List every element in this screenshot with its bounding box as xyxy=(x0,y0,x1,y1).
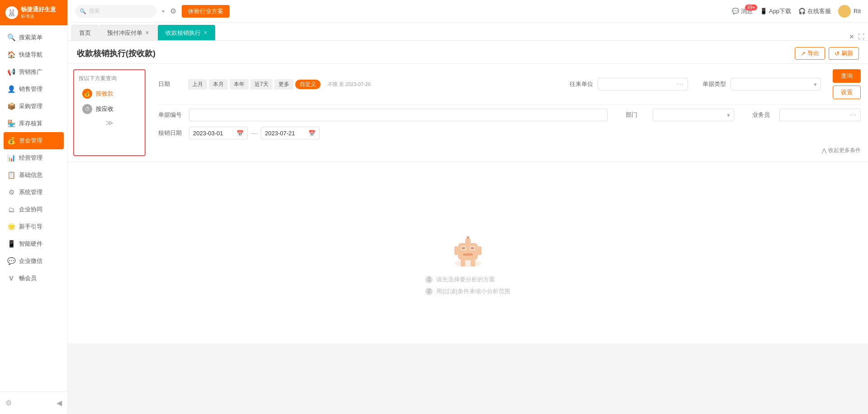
sidebar-item-operations[interactable]: 📊 经营管理 xyxy=(0,149,67,167)
staff-dots-icon[interactable]: ··· xyxy=(849,111,857,119)
sidebar-item-marketing[interactable]: 📢 营销推广 xyxy=(0,63,67,81)
service-label: 在线客服 xyxy=(807,7,831,15)
sidebar-footer: ⚙ ◀ xyxy=(0,391,67,414)
tab-receipts-close-icon[interactable]: ✕ xyxy=(203,30,208,36)
refresh-button[interactable]: ↺ 刷新 xyxy=(829,47,859,60)
empty-tip-1: 1 请先选择要分析的方案 xyxy=(425,274,510,286)
filter-row-1: 日期 上月 本月 本年 近7天 更多 自定义 不限 至 2023-07-26 往… xyxy=(158,69,861,99)
sidebar-item-search-menu[interactable]: 🔍 搜索菜单 xyxy=(0,29,67,46)
username: Rit xyxy=(854,8,861,14)
collapse-arrow-icon[interactable]: ≫ xyxy=(106,119,113,127)
svg-rect-6 xyxy=(463,253,473,256)
page-header: 收款核销执行(按收款) ↗ 导出 ↺ 刷新 xyxy=(68,41,868,64)
query-button[interactable]: 查询 xyxy=(833,69,861,83)
tab-receipts-label: 收款核销执行 xyxy=(165,29,201,37)
export-label: 导出 xyxy=(807,49,819,57)
date-btn-7days[interactable]: 近7天 xyxy=(250,79,273,90)
tab-prepay[interactable]: 预付冲应付单 ✕ xyxy=(99,25,157,40)
doc-no-input[interactable] xyxy=(189,109,608,121)
date-btn-more[interactable]: 更多 xyxy=(274,79,293,90)
topbar-right: 💬 消息 99+ 📱 App下载 🎧 在线客服 Rit xyxy=(732,5,861,18)
empty-tip-2: 2 用[过滤]条件来缩小分析范围 xyxy=(425,286,510,297)
writeoff-date-label: 核销日期 xyxy=(158,129,182,137)
msg-badge: 99+ xyxy=(745,5,757,10)
export-icon: ↗ xyxy=(801,50,806,57)
sidebar-item-label: 智能硬件 xyxy=(19,240,42,248)
sidebar-item-smart-hw[interactable]: 📱 智能硬件 xyxy=(0,235,67,252)
writeoff-start-input[interactable]: 2023-03-01 📅 xyxy=(189,127,248,139)
sidebar-item-vip[interactable]: V 畅会员 xyxy=(0,270,67,287)
tab-receipts[interactable]: 收款核销执行 ✕ xyxy=(158,25,215,40)
tab-prepay-close-icon[interactable]: ✕ xyxy=(145,30,149,36)
sidebar-item-label: 系统管理 xyxy=(19,188,42,196)
date-btn-last-month[interactable]: 上月 xyxy=(188,79,207,90)
export-button[interactable]: ↗ 导出 xyxy=(795,47,825,60)
date-btn-this-month[interactable]: 本月 xyxy=(209,79,228,90)
solution-button[interactable]: 休验行业方案 xyxy=(182,5,230,18)
user-area[interactable]: Rit xyxy=(838,5,861,18)
tab-close-all-icon[interactable]: ✕ xyxy=(849,33,854,40)
msg-button[interactable]: 💬 消息 99+ xyxy=(732,7,753,15)
sidebar-item-purchase[interactable]: 📦 采购管理 xyxy=(0,98,67,115)
staff-select[interactable]: ··· xyxy=(779,109,861,121)
counterparty-select[interactable]: ··· xyxy=(598,78,688,90)
filter-option-by-receivable[interactable]: ⏱ 按应收 xyxy=(79,101,140,117)
sidebar-item-label: 销售管理 xyxy=(19,85,42,93)
counterparty-dots-icon[interactable]: ··· xyxy=(677,80,684,88)
date-btn-custom[interactable]: 自定义 xyxy=(295,80,321,89)
dept-select[interactable]: ▾ xyxy=(653,109,734,121)
topbar-chevron-icon[interactable]: ▾ xyxy=(162,8,165,14)
tip-num-1: 1 xyxy=(425,276,433,283)
staff-field: 业务员 ··· xyxy=(752,109,861,121)
sidebar-item-label: 资金管理 xyxy=(19,137,42,145)
collapse-sidebar-icon[interactable]: ◀ xyxy=(57,399,62,407)
logo-edition: 标准版 xyxy=(21,13,56,19)
quick-nav-icon: 🏠 xyxy=(7,51,15,59)
search-placeholder: 搜索 xyxy=(89,7,100,15)
svg-rect-11 xyxy=(461,260,465,266)
setting-button[interactable]: 设置 xyxy=(833,86,861,99)
date-btn-this-year[interactable]: 本年 xyxy=(230,79,249,90)
writeoff-end-input[interactable]: 2023-07-21 📅 xyxy=(261,127,320,139)
filter-option-by-receipt[interactable]: 💰 按收款 xyxy=(79,86,140,101)
operations-icon: 📊 xyxy=(7,154,15,162)
doc-type-select[interactable]: ▾ xyxy=(731,78,821,90)
tab-expand-icon[interactable]: ⛶ xyxy=(858,33,864,40)
content-area: 收款核销执行(按收款) ↗ 导出 ↺ 刷新 按以下方案查询 💰 按收款 xyxy=(68,41,868,414)
by-receipt-icon: 💰 xyxy=(82,89,92,99)
start-calendar-icon[interactable]: 📅 xyxy=(236,130,244,137)
sidebar-item-wechat[interactable]: 💬 企业微信 xyxy=(0,252,67,270)
search-menu-icon: 🔍 xyxy=(7,33,15,42)
sidebar-item-beginner[interactable]: 🌟 新手引导 xyxy=(0,218,67,235)
sidebar-item-sales[interactable]: 👤 销售管理 xyxy=(0,81,67,98)
purchase-icon: 📦 xyxy=(7,102,15,110)
empty-illustration xyxy=(445,227,491,274)
counterparty-field: 往来单位 ··· xyxy=(570,78,688,90)
vip-icon: V xyxy=(7,275,15,282)
topbar-search[interactable]: 🔍 搜索 xyxy=(75,5,156,18)
tabbar-actions: ✕ ⛶ xyxy=(849,33,868,40)
app-download-button[interactable]: 📱 App下载 xyxy=(760,7,791,15)
topbar-gear-icon[interactable]: ⚙ xyxy=(170,7,176,15)
sidebar-item-sys-mgmt[interactable]: ⚙ 系统管理 xyxy=(0,184,67,201)
settings-icon[interactable]: ⚙ xyxy=(5,399,12,407)
sidebar-item-inventory[interactable]: 🏪 库存核算 xyxy=(0,115,67,132)
filter-right: 日期 上月 本月 本年 近7天 更多 自定义 不限 至 2023-07-26 往… xyxy=(151,64,868,162)
writeoff-end-value: 2023-07-21 xyxy=(265,130,295,137)
sidebar-item-quick-nav[interactable]: 🏠 快捷导航 xyxy=(0,46,67,63)
sidebar-item-basic-info[interactable]: 📋 基础信息 xyxy=(0,167,67,184)
online-service-button[interactable]: 🎧 在线客服 xyxy=(798,7,831,15)
sidebar-item-finance[interactable]: 💰 资金管理 xyxy=(4,132,64,149)
collapse-more-button[interactable]: ⋀ 收起更多条件 xyxy=(822,147,861,154)
service-icon: 🎧 xyxy=(798,8,806,14)
filter-left-title: 按以下方案查询 xyxy=(79,75,140,82)
avatar xyxy=(838,5,851,18)
empty-state: 1 请先选择要分析的方案 2 用[过滤]条件来缩小分析范围 xyxy=(68,162,868,343)
topbar: 🔍 搜索 ▾ ⚙ 休验行业方案 💬 消息 99+ 📱 App下载 🎧 在线客服 … xyxy=(68,0,868,23)
msg-icon: 💬 xyxy=(732,8,739,14)
tab-home[interactable]: 首页 xyxy=(71,25,99,40)
date-separator: — xyxy=(251,130,257,137)
sidebar-item-enterprise[interactable]: 🗂 企业协同 xyxy=(0,201,67,218)
end-calendar-icon[interactable]: 📅 xyxy=(308,130,316,137)
logo-text-block: 畅捷通好生意 标准版 xyxy=(21,6,56,19)
